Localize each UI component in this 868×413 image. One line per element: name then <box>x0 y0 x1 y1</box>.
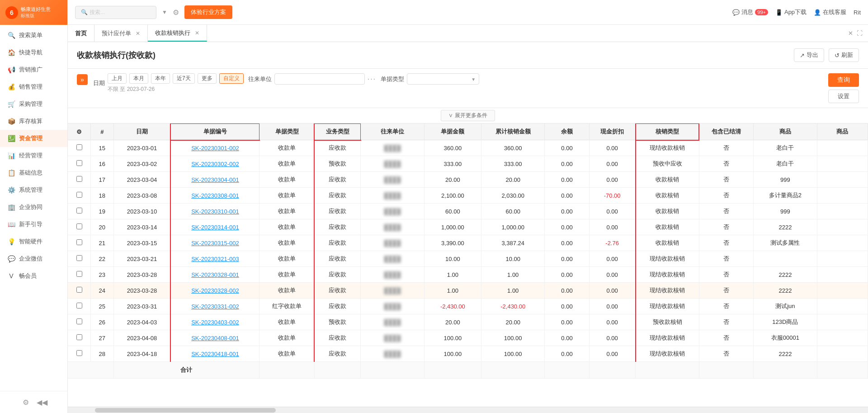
tab-prepay[interactable]: 预计应付单 ✕ <box>94 25 148 42</box>
cell-checkbox[interactable] <box>68 235 91 251</box>
date-btn-this-month[interactable]: 本月 <box>129 73 148 84</box>
query-btn[interactable]: 查询 <box>828 73 859 87</box>
topbar-search[interactable]: 🔍 搜索... <box>75 6 156 19</box>
cell-voucher-no[interactable]: SK-20230314-001 <box>170 219 259 235</box>
cell-checkbox[interactable] <box>68 267 91 283</box>
table-row: 25 2023-03-31 SK-20230331-002 红字收款单 应收款 … <box>68 299 868 314</box>
cell-checkbox[interactable] <box>68 140 91 156</box>
sidebar-item-enterprise[interactable]: 🏢企业协同 <box>0 199 67 216</box>
main-area: 🔍 搜索... ▼ ⚙ 体验行业方案 💬 消息 99+ 📱 App下载 👤 在线… <box>68 0 868 413</box>
cell-cash-discount: 0.00 <box>589 299 635 314</box>
user-btn[interactable]: Rit <box>854 9 861 16</box>
cell-checkbox[interactable] <box>68 204 91 219</box>
cell-cash-discount: -2.76 <box>589 235 635 251</box>
export-icon: ↗ <box>800 52 805 59</box>
sidebar-item-inventory[interactable]: 📦库存核算 <box>0 113 67 130</box>
cell-checkbox[interactable] <box>68 156 91 172</box>
msg-btn[interactable]: 💬 消息 99+ <box>732 8 768 16</box>
online-service-btn[interactable]: 👤 在线客服 <box>814 8 846 16</box>
date-btn-more[interactable]: 更多 <box>198 73 217 84</box>
cell-balance: 0.00 <box>545 267 589 283</box>
settings-bottom-btn[interactable]: ⚙ <box>19 395 33 409</box>
sidebar-item-guide[interactable]: 📖新手引导 <box>0 216 67 233</box>
sidebar-item-label-search: 搜索菜单 <box>19 31 42 39</box>
sidebar-item-label-inventory: 库存核算 <box>19 117 42 125</box>
cell-voucher-no[interactable]: SK-20230331-002 <box>170 299 259 314</box>
cell-voucher-no[interactable]: SK-20230315-002 <box>170 235 259 251</box>
cell-checkbox[interactable] <box>68 346 91 362</box>
tab-home[interactable]: 首页 <box>68 25 94 42</box>
cell-voucher-no[interactable]: SK-20230403-002 <box>170 314 259 330</box>
page-header-actions: ↗ 导出 ↺ 刷新 <box>794 48 859 68</box>
voucher-type-filter-field: 单据类型 <box>381 73 479 85</box>
tab-collection[interactable]: 收款核销执行 ✕ <box>148 25 207 42</box>
cell-voucher-no[interactable]: SK-20230310-001 <box>170 204 259 219</box>
cell-checkbox[interactable] <box>68 219 91 235</box>
sidebar-item-quicknav[interactable]: 🏠快捷导航 <box>0 44 67 61</box>
sidebar-item-member[interactable]: V畅会员 <box>0 267 67 285</box>
sidebar-item-basic[interactable]: 📋基础信息 <box>0 164 67 181</box>
cell-checkbox[interactable] <box>68 299 91 314</box>
col-settings-header[interactable]: ⚙ <box>68 123 91 140</box>
table-wrap[interactable]: ⚙ # 日期 单据编号 单据类型 业务类型 往来单位 单据金额 累计核销金额 余… <box>68 123 868 407</box>
topbar-chevron-icon[interactable]: ▼ <box>162 9 167 15</box>
table-scroll-bar[interactable] <box>68 407 868 413</box>
date-btn-custom[interactable]: 自定义 <box>219 73 244 84</box>
partner-filter-input[interactable] <box>274 73 365 85</box>
cell-verify-type: 收款核销 <box>636 235 699 251</box>
col-partner-header: 往来单位 <box>361 123 424 140</box>
sidebar-item-marketing[interactable]: 📢营销推广 <box>0 61 67 78</box>
tab-expand-icon[interactable]: ⛶ <box>857 30 863 37</box>
cell-voucher-no[interactable]: SK-20230304-001 <box>170 172 259 188</box>
sidebar-item-wechat[interactable]: 💬企业微信 <box>0 250 67 267</box>
refresh-btn[interactable]: ↺ 刷新 <box>829 48 859 62</box>
expand-btn[interactable]: ∨ 展开更多条件 <box>441 110 495 121</box>
cell-voucher-no[interactable]: SK-20230418-001 <box>170 346 259 362</box>
cell-checkbox[interactable] <box>68 251 91 267</box>
date-btn-last-month[interactable]: 上月 <box>108 73 127 84</box>
cell-voucher-no[interactable]: SK-20230321-003 <box>170 251 259 267</box>
export-btn[interactable]: ↗ 导出 <box>794 48 824 62</box>
finance-icon: 💹 <box>7 135 15 142</box>
cell-voucher-no[interactable]: SK-20230302-002 <box>170 156 259 172</box>
sidebar-item-search[interactable]: 🔍搜索菜单 <box>0 27 67 44</box>
cell-voucher-no[interactable]: SK-20230301-002 <box>170 140 259 156</box>
cell-voucher-no[interactable]: SK-20230308-001 <box>170 188 259 204</box>
set-btn[interactable]: 设置 <box>828 90 859 103</box>
cell-checkbox[interactable] <box>68 283 91 299</box>
cell-cash-discount: 0.00 <box>589 172 635 188</box>
collapse-btn[interactable]: ◀◀ <box>35 395 49 409</box>
date-btn-this-year[interactable]: 本年 <box>151 73 170 84</box>
cell-verified: 100.00 <box>481 330 545 346</box>
sidebar-item-hardware[interactable]: 💡智能硬件 <box>0 233 67 250</box>
voucher-type-select[interactable] <box>407 73 479 85</box>
cell-voucher-no[interactable]: SK-20230408-001 <box>170 330 259 346</box>
topbar-gear-icon[interactable]: ⚙ <box>173 8 179 17</box>
cell-checkbox[interactable] <box>68 330 91 346</box>
industry-btn[interactable]: 体验行业方案 <box>184 5 232 19</box>
app-download-btn[interactable]: 📱 App下载 <box>775 8 807 16</box>
cell-checkbox[interactable] <box>68 188 91 204</box>
cell-balance: 0.00 <box>545 172 589 188</box>
tab-prepay-close-icon[interactable]: ✕ <box>136 30 140 37</box>
table-scroll-thumb[interactable] <box>95 408 276 413</box>
filter-toggle-btn[interactable]: » <box>77 74 88 85</box>
settings-icon[interactable]: ⚙ <box>76 128 82 135</box>
tab-collection-close-icon[interactable]: ✕ <box>195 30 199 36</box>
cell-partner: ████ <box>361 346 424 362</box>
cell-voucher-no[interactable]: SK-20230328-002 <box>170 283 259 299</box>
table-row: 20 2023-03-14 SK-20230314-001 收款单 应收款 ██… <box>68 219 868 235</box>
tab-close-all-icon[interactable]: ✕ <box>848 30 853 37</box>
sidebar-item-finance[interactable]: 💹资金管理 <box>0 130 67 147</box>
cell-checkbox[interactable] <box>68 172 91 188</box>
sidebar-item-purchase[interactable]: 🛒采购管理 <box>0 95 67 113</box>
cell-voucher-no[interactable]: SK-20230328-001 <box>170 267 259 283</box>
cell-checkbox[interactable] <box>68 314 91 330</box>
sidebar-item-sales[interactable]: 💰销售管理 <box>0 78 67 95</box>
sidebar-item-operation[interactable]: 📊经营管理 <box>0 147 67 164</box>
date-btn-7days[interactable]: 近7天 <box>173 73 195 84</box>
sidebar-item-system[interactable]: ⚙️系统管理 <box>0 181 67 199</box>
cell-cash-discount: -70.00 <box>589 188 635 204</box>
date-range: 上月 本月 本年 近7天 更多 自定义 不限 至 2023-07-26 <box>108 73 244 93</box>
col-date-header: 日期 <box>113 123 170 140</box>
